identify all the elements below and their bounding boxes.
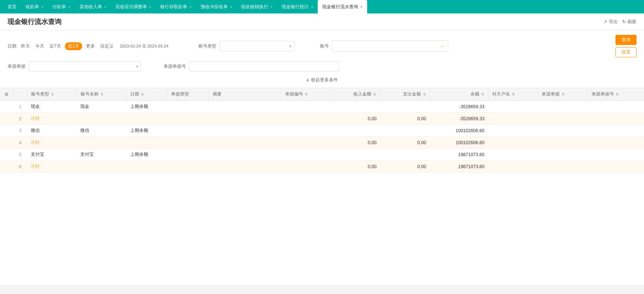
th-source-doc[interactable]: 来源单据 ⇅ xyxy=(538,88,587,101)
query-button[interactable]: 查询 xyxy=(615,35,636,45)
td-expense: 0.00 xyxy=(380,137,430,149)
account-input[interactable] xyxy=(332,41,437,51)
close-icon[interactable]: × xyxy=(68,5,71,9)
th-gear[interactable]: ⚙ xyxy=(0,88,14,101)
date-7days-btn[interactable]: 近7天 xyxy=(48,42,63,50)
td-expense: 0.00 xyxy=(380,113,430,125)
td-counterpart xyxy=(488,101,538,113)
td-account-type: 小计 xyxy=(27,137,77,149)
th-expense[interactable]: 支出金额 ⇅ xyxy=(380,88,430,101)
td-index: 2 xyxy=(14,113,27,125)
td-index: 3 xyxy=(14,125,27,137)
close-icon[interactable]: × xyxy=(270,5,273,9)
date-more-btn[interactable]: 更多 xyxy=(84,42,96,50)
td-doc-no xyxy=(281,161,330,173)
td-date xyxy=(126,161,167,173)
account-label: 账号 xyxy=(320,43,329,49)
nav-home[interactable]: 首页 xyxy=(3,0,21,13)
table-container: ⚙ 账号类型 ⇅ 账号名称 ⇅ 日期 ⇅ 单据类型 摘要 单据编号 ⇅ 收入金额… xyxy=(0,88,644,173)
account-type-select-wrapper xyxy=(219,41,294,51)
td-counterpart xyxy=(488,161,538,173)
source-doc-no-input[interactable] xyxy=(189,61,339,72)
top-nav: 首页 收款单 × 付款单 × 其他收入单 × 应收应付调整单 × 银行存取款单 … xyxy=(0,0,644,13)
th-account-type[interactable]: 账号类型 ⇅ xyxy=(27,88,77,101)
close-icon[interactable]: × xyxy=(311,5,313,9)
export-button[interactable]: ↗ 导出 xyxy=(603,19,618,25)
td-expense xyxy=(380,101,430,113)
td-index: 1 xyxy=(14,101,27,113)
th-income[interactable]: 收入金额 ⇅ xyxy=(331,88,380,101)
td-source-doc-no xyxy=(587,101,644,113)
td-counterpart xyxy=(488,125,538,137)
nav-collection-exec[interactable]: 收款核销执行 × xyxy=(237,0,277,13)
close-icon[interactable]: × xyxy=(149,5,152,9)
date-today-btn[interactable]: 今天 xyxy=(34,42,46,50)
source-doc-select[interactable] xyxy=(29,61,141,72)
th-counterpart[interactable]: 对方户名 ⇅ xyxy=(488,88,538,101)
nav-ar-ap-adjust[interactable]: 应收应付调整单 × xyxy=(111,0,156,13)
date-filter-group: 日期 昨天 今天 近7天 近1月 更多 自定义 2023-02-24 至 202… xyxy=(8,42,168,50)
close-icon[interactable]: × xyxy=(360,5,363,9)
table-row: 5支付宝支付宝上期余额19871073.60 xyxy=(0,149,644,161)
td-balance: 19871073.60 xyxy=(430,161,488,173)
nav-prepay-offset[interactable]: 预收冲应收单 × xyxy=(196,0,237,13)
td-source-doc xyxy=(538,125,587,137)
close-icon[interactable]: × xyxy=(104,5,107,9)
nav-payments[interactable]: 付款单 × xyxy=(48,0,75,13)
td-summary xyxy=(209,149,281,161)
td-doc-no xyxy=(281,149,330,161)
account-dots-icon[interactable]: ··· xyxy=(437,43,448,49)
td-income: 0.00 xyxy=(331,161,380,173)
refresh-icon: ↻ xyxy=(622,19,626,24)
th-balance[interactable]: 余额 ⇅ xyxy=(430,88,488,101)
th-doc-type: 单据类型 xyxy=(167,88,209,101)
date-yesterday-btn[interactable]: 昨天 xyxy=(20,42,32,50)
close-icon[interactable]: × xyxy=(189,5,192,9)
td-balance: 100102606.60 xyxy=(430,125,488,137)
nav-other-income[interactable]: 其他收入单 × xyxy=(75,0,111,13)
td-account-type: 微信 xyxy=(27,125,77,137)
td-account-type: 支付宝 xyxy=(27,149,77,161)
th-index xyxy=(14,88,27,101)
td-doc-no xyxy=(281,113,330,125)
td-counterpart xyxy=(488,149,538,161)
nav-receipts[interactable]: 收款单 × xyxy=(21,0,48,13)
filter-row-2: 来源单据 来源单据号 xyxy=(8,61,636,72)
td-balance: 100102606.60 xyxy=(430,137,488,149)
td-income: 0.00 xyxy=(331,113,380,125)
td-expense xyxy=(380,125,430,137)
th-account-name[interactable]: 账号名称 ⇅ xyxy=(77,88,126,101)
td-source-doc xyxy=(538,149,587,161)
chevron-up-icon: ∧ xyxy=(306,78,309,83)
td-doc-no xyxy=(281,125,330,137)
td-checkbox xyxy=(0,101,14,113)
nav-cash-flow-query[interactable]: 现金银行流水查询 × xyxy=(318,0,367,13)
td-checkbox xyxy=(0,161,14,173)
td-income xyxy=(331,101,380,113)
close-icon[interactable]: × xyxy=(230,5,232,9)
table-row: 6小计0.000.0019871073.60 xyxy=(0,161,644,173)
nav-bank-deposit[interactable]: 银行存取款单 × xyxy=(156,0,196,13)
collapse-button[interactable]: ∧ 收起更多条件 xyxy=(306,77,338,83)
td-doc-type xyxy=(167,113,209,125)
td-checkbox xyxy=(0,137,14,149)
table-row: 2小计0.000.00-3528659.33 xyxy=(0,113,644,125)
collapse-row: ∧ 收起更多条件 xyxy=(8,75,636,85)
filter-row-1: 日期 昨天 今天 近7天 近1月 更多 自定义 2023-02-24 至 202… xyxy=(8,35,636,57)
date-1month-btn[interactable]: 近1月 xyxy=(65,42,83,50)
close-icon[interactable]: × xyxy=(41,5,44,9)
td-index: 6 xyxy=(14,161,27,173)
td-account-name: 微信 xyxy=(77,125,126,137)
th-doc-no[interactable]: 单据编号 ⇅ xyxy=(281,88,330,101)
account-type-select[interactable] xyxy=(219,41,294,51)
td-account-name xyxy=(77,137,126,149)
settings-button[interactable]: 设置 xyxy=(615,47,636,57)
td-source-doc xyxy=(538,113,587,125)
td-counterpart xyxy=(488,113,538,125)
th-source-doc-no[interactable]: 来源单据号 ⇅ xyxy=(587,88,644,101)
date-custom-btn[interactable]: 自定义 xyxy=(99,42,115,50)
nav-cash-stats[interactable]: 现金银行统计 × xyxy=(277,0,318,13)
th-date[interactable]: 日期 ⇅ xyxy=(126,88,167,101)
refresh-button[interactable]: ↻ 刷新 xyxy=(622,19,636,25)
td-doc-type xyxy=(167,125,209,137)
